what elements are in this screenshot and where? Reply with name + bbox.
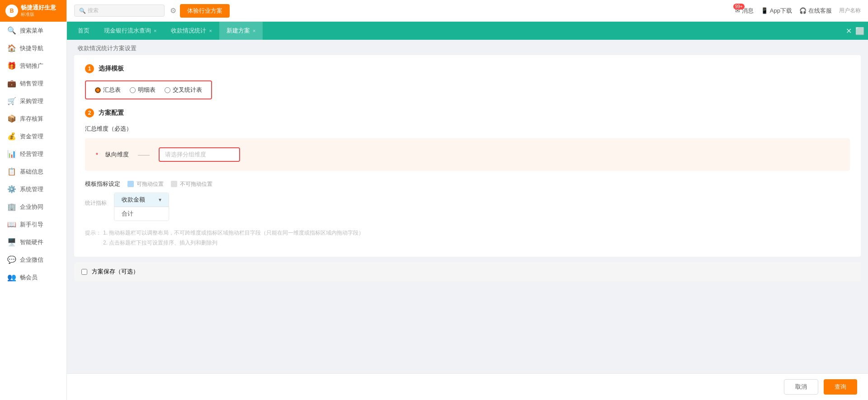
- cancel-button[interactable]: 取消: [784, 379, 818, 395]
- tabbar: 首页 现金银行流水查询 × 收款情况统计 × 新建方案 × ✕ ⬜: [67, 22, 868, 40]
- tab-new-plan[interactable]: 新建方案 ×: [219, 22, 263, 40]
- dimension-select-placeholder: 请选择分组维度: [165, 151, 206, 159]
- sidebar-item-member[interactable]: 👥 畅会员: [0, 268, 66, 286]
- step2-title: 方案配置: [99, 109, 124, 117]
- indicator-row-total-text: 合计: [122, 210, 133, 217]
- system-icon: ⚙️: [7, 185, 16, 193]
- hint-not-draggable-color: [171, 181, 177, 187]
- sidebar-item-wechat-label: 企业微信: [20, 256, 43, 264]
- search-placeholder: 搜索: [88, 7, 99, 14]
- sales-icon: 💼: [7, 79, 16, 88]
- sidebar-item-system-label: 系统管理: [20, 185, 43, 193]
- radio-detail-label: 明细表: [138, 86, 156, 94]
- vertical-dimension-row: * 纵向维度 —— 请选择分组维度: [96, 147, 839, 162]
- sidebar-item-sales-label: 销售管理: [20, 80, 43, 88]
- radio-cross[interactable]: 交叉统计表: [165, 86, 202, 94]
- radio-cross-input[interactable]: [165, 87, 170, 93]
- sidebar-item-inventory[interactable]: 📦 库存核算: [0, 110, 66, 127]
- tip-prefix-1: 提示：: [85, 228, 101, 238]
- sidebar-item-finance[interactable]: 💰 资金管理: [0, 127, 66, 145]
- page-title-bar: 收款情况统计方案设置: [67, 40, 868, 55]
- hint-draggable-color: [127, 181, 134, 187]
- window-close-icon[interactable]: ✕: [846, 27, 852, 35]
- sidebar-nav: 🔍 搜索菜单 🏠 快捷导航 🎁 营销推广 💼 销售管理 🛒 采购管理 📦 库存核…: [0, 22, 66, 400]
- marketing-icon: 🎁: [7, 61, 16, 70]
- tab-receipt-stats-close[interactable]: ×: [209, 28, 212, 33]
- save-checkbox[interactable]: [81, 269, 87, 275]
- sidebar-item-search-label: 搜索菜单: [20, 27, 43, 35]
- indicator-table-header[interactable]: 收款金额 ▾: [114, 193, 169, 207]
- sidebar-item-inventory-label: 库存核算: [20, 115, 43, 123]
- sidebar-item-wechat[interactable]: 💬 企业微信: [0, 251, 66, 268]
- hint-not-draggable: 不可拖动位置: [171, 180, 212, 188]
- notification-item[interactable]: ✉ 99+ 消息: [735, 7, 754, 15]
- notification-badge: 99+: [733, 4, 745, 9]
- indicator-chevron-icon[interactable]: ▾: [159, 197, 161, 203]
- tab-receipt-stats[interactable]: 收款情况统计 ×: [164, 22, 219, 40]
- download-icon: 📱: [761, 7, 768, 14]
- sidebar-item-hardware-label: 智能硬件: [20, 238, 43, 246]
- app-download-item[interactable]: 📱 App下载: [761, 7, 792, 15]
- online-service-item[interactable]: 🎧 在线客服: [799, 7, 832, 15]
- trial-industry-button[interactable]: 体验行业方案: [180, 4, 230, 18]
- sidebar-item-search[interactable]: 🔍 搜索菜单: [0, 22, 66, 39]
- enterprise-icon: 🏢: [7, 202, 16, 211]
- tip-item-2: 提示： 2. 点击标题栏下拉可设置排序、插入列和删除列: [85, 238, 850, 248]
- indicator-table: 收款金额 ▾ 合计: [114, 193, 169, 221]
- settings-gear-icon[interactable]: ⚙: [170, 6, 176, 15]
- sidebar-item-newbie[interactable]: 📖 新手引导: [0, 216, 66, 233]
- app-download-label: App下载: [770, 7, 792, 15]
- category-column: 统计指标: [85, 193, 107, 221]
- save-section: 方案保存（可选）: [74, 262, 861, 281]
- tab-cashflow-close[interactable]: ×: [154, 28, 156, 33]
- dimension-area: * 纵向维度 —— 请选择分组维度: [85, 138, 850, 171]
- sidebar-item-operations[interactable]: 📊 经营管理: [0, 145, 66, 163]
- template-radio-group: 汇总表 明细表 交叉统计表: [95, 86, 202, 94]
- tab-home[interactable]: 首页: [71, 22, 97, 40]
- tip-text-1: 1. 拖动标题栏可以调整布局，不可跨维度或指标区域拖动栏目字段（只能在同一维度或…: [103, 228, 364, 238]
- sidebar-item-enterprise-label: 企业协同: [20, 203, 43, 211]
- arrow-separator: ——: [138, 151, 150, 158]
- sidebar-item-quicknav[interactable]: 🏠 快捷导航: [0, 39, 66, 57]
- sidebar-item-newbie-label: 新手引导: [20, 221, 43, 229]
- topbar-search-box[interactable]: 🔍 搜索: [74, 5, 165, 17]
- sidebar-item-system[interactable]: ⚙️ 系统管理: [0, 180, 66, 198]
- sidebar-item-finance-label: 资金管理: [20, 132, 43, 141]
- sidebar-item-marketing-label: 营销推广: [20, 62, 43, 70]
- radio-summary[interactable]: 汇总表: [95, 86, 121, 94]
- query-button[interactable]: 查询: [824, 379, 857, 395]
- tab-new-plan-close[interactable]: ×: [253, 28, 255, 33]
- window-controls: ✕ ⬜: [846, 27, 864, 35]
- tab-receipt-stats-label: 收款情况统计: [171, 27, 206, 35]
- sidebar-item-marketing[interactable]: 🎁 营销推广: [0, 57, 66, 75]
- sidebar-item-purchase[interactable]: 🛒 采购管理: [0, 92, 66, 110]
- step1-num: 1: [85, 64, 94, 73]
- radio-summary-label: 汇总表: [103, 86, 121, 94]
- template-selection: 汇总表 明细表 交叉统计表: [85, 80, 212, 99]
- sidebar-item-sales[interactable]: 💼 销售管理: [0, 75, 66, 92]
- sidebar: B 畅捷通好生意 标准版 🔍 搜索菜单 🏠 快捷导航 🎁 营销推广 💼 销售管理…: [0, 0, 67, 400]
- radio-detail[interactable]: 明细表: [130, 86, 156, 94]
- indicator-header-text: 收款金额: [122, 196, 145, 204]
- logo-icon: B: [5, 5, 18, 17]
- indicator-header-row: 模板指标设定 可拖动位置 不可拖动位置: [85, 180, 850, 188]
- radio-detail-input[interactable]: [130, 87, 136, 93]
- tip-item-1: 提示： 1. 拖动标题栏可以调整布局，不可跨维度或指标区域拖动栏目字段（只能在同…: [85, 228, 850, 238]
- sidebar-item-hardware[interactable]: 🖥️ 智能硬件: [0, 233, 66, 251]
- radio-cross-label: 交叉统计表: [173, 86, 202, 94]
- home-icon: 🏠: [7, 44, 16, 52]
- sidebar-item-enterprise[interactable]: 🏢 企业协同: [0, 198, 66, 216]
- window-maximize-icon[interactable]: ⬜: [855, 27, 864, 35]
- step1-title: 选择模板: [99, 65, 124, 73]
- online-service-label: 在线客服: [808, 7, 832, 15]
- radio-summary-input[interactable]: [95, 87, 101, 93]
- topbar-actions: ✉ 99+ 消息 📱 App下载 🎧 在线客服 用户名称: [735, 7, 861, 15]
- sidebar-item-basic[interactable]: 📋 基础信息: [0, 163, 66, 180]
- indicator-section: 模板指标设定 可拖动位置 不可拖动位置 统计指标: [85, 180, 850, 221]
- hardware-icon: 🖥️: [7, 238, 16, 246]
- tab-cashflow[interactable]: 现金银行流水查询 ×: [97, 22, 164, 40]
- sidebar-item-purchase-label: 采购管理: [20, 97, 43, 105]
- sidebar-item-quicknav-label: 快捷导航: [20, 44, 43, 52]
- summary-dimension-section: 汇总维度（必选） * 纵向维度 —— 请选择分组维度: [85, 125, 850, 171]
- dimension-select[interactable]: 请选择分组维度: [159, 147, 240, 162]
